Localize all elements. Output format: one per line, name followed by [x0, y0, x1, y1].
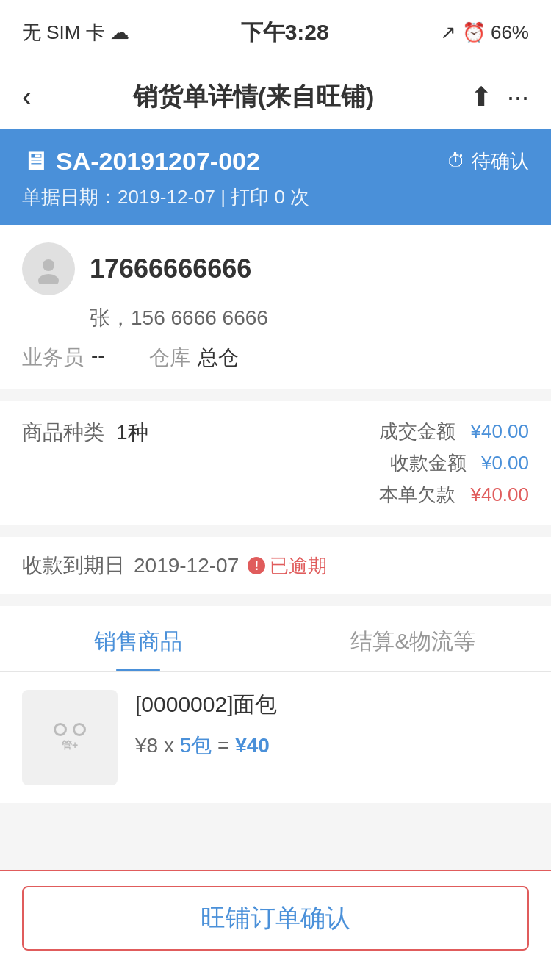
- due-date-label: 收款到期日: [22, 552, 125, 580]
- order-icon: 🖥: [22, 147, 47, 176]
- confirm-button[interactable]: 旺铺订单确认: [22, 886, 529, 951]
- product-type: 商品种类 1种: [22, 419, 148, 447]
- due-date-section: 收款到期日 2019-12-07 ! 已逾期: [0, 537, 551, 594]
- overdue-icon: !: [248, 557, 265, 574]
- share-icon[interactable]: ⬆: [470, 82, 492, 112]
- owed-amount-value: ¥40.00: [470, 483, 529, 506]
- customer-name: 张，156 6666 6666: [22, 304, 529, 332]
- nav-bar: ‹ 销货单详情(来自旺铺) ⬆ ···: [0, 65, 551, 129]
- deal-amount-value: ¥40.00: [470, 420, 529, 443]
- unit-price: ¥8 x: [135, 734, 180, 757]
- svg-point-1: [38, 274, 59, 284]
- tab-products[interactable]: 销售商品: [0, 606, 276, 671]
- salesperson-field: 业务员 --: [22, 344, 105, 372]
- product-section: 管+ [0000002]面包 ¥8 x 5包 = ¥40: [0, 672, 551, 803]
- equals-sign: =: [212, 734, 235, 757]
- page-title: 销货单详情(来自旺铺): [66, 80, 441, 114]
- tabs-header: 销售商品 结算&物流等: [0, 606, 551, 672]
- product-image: 管+: [22, 690, 118, 785]
- avatar: [22, 242, 75, 295]
- product-info: [0000002]面包 ¥8 x 5包 = ¥40: [135, 690, 529, 760]
- deal-amount-row: 成交金额 ¥40.00: [379, 419, 529, 444]
- owed-amount-label: 本单欠款: [379, 482, 455, 508]
- product-title: 面包: [233, 692, 277, 716]
- status-time: 下午3:28: [241, 18, 329, 48]
- status-right: ↗ ⏰ 66%: [440, 21, 529, 44]
- paid-amount-value: ¥0.00: [481, 452, 529, 475]
- product-item: 管+ [0000002]面包 ¥8 x 5包 = ¥40: [22, 690, 529, 785]
- type-label: 商品种类: [22, 419, 104, 447]
- tab-settlement[interactable]: 结算&物流等: [276, 606, 551, 671]
- paid-amount-row: 收款金额 ¥0.00: [390, 450, 529, 476]
- type-value: 1种: [116, 419, 148, 447]
- salesperson-label: 业务员: [22, 344, 84, 372]
- paid-amount-label: 收款金额: [390, 450, 467, 476]
- salesperson-value: --: [91, 344, 105, 372]
- bottom-action-bar: 旺铺订单确认: [0, 870, 551, 980]
- product-logo: 管+: [54, 723, 86, 752]
- order-status-text: 待确认: [472, 148, 529, 174]
- warehouse-value: 总仓: [198, 344, 239, 372]
- svg-point-0: [43, 259, 54, 271]
- warehouse-label: 仓库: [149, 344, 190, 372]
- order-status: ⏱ 待确认: [447, 148, 529, 174]
- order-id-text: SA-20191207-002: [56, 147, 260, 176]
- order-date: 单据日期：2019-12-07 | 打印 0 次: [22, 184, 529, 210]
- customer-section: 17666666666 张，156 6666 6666 业务员 -- 仓库 总仓: [0, 225, 551, 389]
- back-button[interactable]: ‹: [22, 80, 66, 113]
- owed-amount-row: 本单欠款 ¥40.00: [379, 482, 529, 508]
- status-bar: 无 SIM 卡 ☁ 下午3:28 ↗ ⏰ 66%: [0, 0, 551, 65]
- product-name: [0000002]面包: [135, 690, 529, 720]
- due-date-value: 2019-12-07: [134, 554, 239, 577]
- product-code: [0000002]: [135, 692, 233, 716]
- summary-section: 商品种类 1种 成交金额 ¥40.00 收款金额 ¥0.00 本单欠款 ¥40.…: [0, 401, 551, 525]
- product-price-row: ¥8 x 5包 = ¥40: [135, 732, 529, 760]
- deal-amount-label: 成交金额: [379, 419, 455, 444]
- status-clock-icon: ⏱: [447, 150, 466, 173]
- customer-meta: 业务员 -- 仓库 总仓: [22, 344, 529, 372]
- overdue-text: 已逾期: [270, 553, 327, 579]
- overdue-badge: ! 已逾期: [248, 553, 327, 579]
- customer-phone: 17666666666: [90, 253, 251, 284]
- order-header: 🖥 SA-20191207-002 ⏱ 待确认 单据日期：2019-12-07 …: [0, 129, 551, 225]
- nav-actions: ⬆ ···: [441, 82, 529, 112]
- quantity: 5包: [180, 734, 212, 757]
- warehouse-field: 仓库 总仓: [149, 344, 239, 372]
- more-icon[interactable]: ···: [507, 82, 529, 112]
- order-id-row: 🖥 SA-20191207-002: [22, 147, 260, 176]
- tabs-section: 销售商品 结算&物流等: [0, 606, 551, 672]
- status-left: 无 SIM 卡 ☁: [22, 20, 129, 46]
- amount-summary: 成交金额 ¥40.00 收款金额 ¥0.00 本单欠款 ¥40.00: [379, 419, 529, 508]
- total-price: ¥40: [235, 734, 270, 757]
